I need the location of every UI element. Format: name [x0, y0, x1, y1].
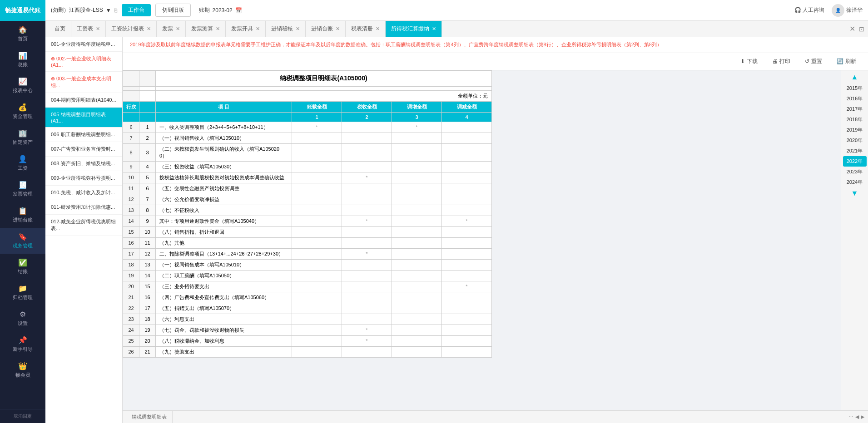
- data-cell-1[interactable]: [292, 183, 342, 194]
- data-cell-2[interactable]: [342, 226, 392, 237]
- item-cell[interactable]: （三）业务招待要支出: [156, 281, 292, 292]
- tab-首页[interactable]: 首页: [49, 21, 71, 37]
- sidebar-item-sales[interactable]: 📋进销台账: [0, 202, 45, 228]
- data-cell-3[interactable]: [392, 292, 442, 303]
- tab-close-icon[interactable]: ✕: [296, 26, 300, 32]
- item-cell[interactable]: （五）交易性金融资产初始投资调整: [156, 183, 292, 194]
- data-cell-3[interactable]: [392, 303, 442, 314]
- data-cell-1[interactable]: [292, 270, 342, 281]
- year-button-2017年[interactable]: 2017年: [843, 104, 867, 114]
- left-panel-item[interactable]: 004-期间费用明细表(A1040...: [45, 93, 122, 108]
- tabbar-close[interactable]: ✕ ⊡: [849, 25, 864, 33]
- item-cell[interactable]: （三）投资收益（填写A105030）: [156, 161, 292, 172]
- data-cell-4[interactable]: [442, 325, 492, 335]
- data-cell-4[interactable]: [442, 194, 492, 205]
- data-cell-4[interactable]: [442, 172, 492, 183]
- tab-close-icon[interactable]: ✕: [216, 26, 220, 32]
- company-selector[interactable]: (勿删）江西股金-LSS ▼ ⎘: [51, 6, 117, 14]
- data-cell-3[interactable]: [392, 281, 442, 292]
- data-cell-1[interactable]: [292, 226, 342, 237]
- refresh-button[interactable]: 🔄 刷新: [832, 56, 861, 67]
- data-cell-2[interactable]: [342, 143, 392, 161]
- nav-right-icon[interactable]: ▶: [861, 414, 864, 420]
- sidebar-item-assets[interactable]: 💰资金管理: [0, 98, 45, 124]
- sidebar-item-member[interactable]: 👑畅会员: [0, 357, 45, 383]
- data-cell-4[interactable]: [442, 226, 492, 237]
- data-cell-1[interactable]: [292, 143, 342, 161]
- tab-进销稽核[interactable]: 进销稽核✕: [266, 21, 306, 37]
- item-cell[interactable]: （六）利息支出: [156, 314, 292, 325]
- tab-close-icon[interactable]: ✕: [376, 26, 380, 32]
- data-cell-4[interactable]: *: [442, 281, 492, 292]
- year-button-2022年[interactable]: 2022年: [843, 156, 867, 167]
- tab-税表清册[interactable]: 税表清册✕: [346, 21, 386, 37]
- item-cell[interactable]: （五）捐赠支出（填写A105070）: [156, 303, 292, 314]
- year-button-2016年[interactable]: 2016年: [843, 93, 867, 104]
- data-cell-1[interactable]: [292, 216, 342, 226]
- user-info[interactable]: 👤 徐泽华: [832, 4, 863, 17]
- data-cell-2[interactable]: *: [342, 325, 392, 335]
- year-button-2015年[interactable]: 2015年: [843, 83, 867, 93]
- print-button[interactable]: 🖨 打印: [768, 56, 795, 67]
- data-cell-2[interactable]: [342, 303, 392, 314]
- data-cell-3[interactable]: [392, 237, 442, 248]
- period-selector[interactable]: 账期 2023-02 📅: [199, 6, 242, 14]
- item-cell[interactable]: （二）未按权责发生制原则确认的收入（填写A105020 0）: [156, 143, 292, 161]
- data-cell-4[interactable]: [442, 237, 492, 248]
- data-cell-1[interactable]: [292, 194, 342, 205]
- data-cell-4[interactable]: [442, 248, 492, 259]
- data-cell-4[interactable]: [442, 183, 492, 194]
- item-cell[interactable]: （六）公允价值变动净损益: [156, 194, 292, 205]
- left-panel-item[interactable]: 012-减免企业所得税优惠明细表...: [45, 215, 122, 236]
- left-panel-item[interactable]: ⊗ 003-一般企业成本支出明细...: [45, 72, 122, 93]
- data-cell-1[interactable]: [292, 314, 342, 325]
- sheet-main[interactable]: 纳税调整项目明细表(A105000) 全额单位：元 行次 项 目 账载全额税收全…: [123, 70, 841, 410]
- item-cell[interactable]: （七）不征税收入: [156, 205, 292, 216]
- data-cell-2[interactable]: *: [342, 335, 392, 346]
- data-cell-2[interactable]: *: [342, 216, 392, 226]
- download-button[interactable]: ⬇ 下载: [736, 56, 762, 67]
- left-panel-item[interactable]: 001-企业所得税年度纳税申...: [45, 37, 122, 52]
- unpin-button[interactable]: 取消固定: [0, 409, 45, 423]
- sidebar-item-ledger[interactable]: 📊总账: [0, 47, 45, 73]
- data-cell-1[interactable]: [292, 161, 342, 172]
- data-cell-3[interactable]: [392, 259, 442, 270]
- sidebar-item-reports[interactable]: 📈报表中心: [0, 73, 45, 98]
- year-button-2018年[interactable]: 2018年: [843, 114, 867, 125]
- year-button-2019年[interactable]: 2019年: [843, 125, 867, 135]
- left-panel-item[interactable]: 009-企业所得税弥补亏损明...: [45, 171, 122, 186]
- nav-left-icon[interactable]: ◀: [855, 414, 859, 420]
- data-cell-4[interactable]: [442, 205, 492, 216]
- item-cell[interactable]: （一）视同销售收入（填写A105010）: [156, 133, 292, 143]
- reset-button[interactable]: ↺ 重置: [800, 56, 827, 67]
- tab-close-icon[interactable]: ✕: [432, 26, 436, 32]
- item-cell[interactable]: （八）销售折扣、折让和退回: [156, 226, 292, 237]
- sidebar-item-invoice[interactable]: 🧾发票管理: [0, 176, 45, 202]
- left-panel-item[interactable]: 006-职工薪酬纳税调整明细...: [45, 128, 122, 142]
- bottom-tab-sheet[interactable]: 纳税调整明细表: [126, 411, 173, 423]
- sidebar-item-archive[interactable]: 📁归档管理: [0, 280, 45, 305]
- data-cell-2[interactable]: [342, 292, 392, 303]
- data-cell-1[interactable]: [292, 205, 342, 216]
- sidebar-item-settings[interactable]: ⚙设置: [0, 305, 45, 331]
- data-cell-2[interactable]: [342, 270, 392, 281]
- data-cell-1[interactable]: [292, 281, 342, 292]
- data-cell-2[interactable]: [342, 237, 392, 248]
- left-panel-item[interactable]: 008-资产折旧、摊销及纳税...: [45, 157, 122, 171]
- data-cell-1[interactable]: *: [292, 122, 342, 133]
- data-cell-4[interactable]: [442, 314, 492, 325]
- data-cell-3[interactable]: [392, 226, 442, 237]
- sidebar-item-home[interactable]: 🏠首页: [0, 21, 45, 47]
- sidebar-item-tax[interactable]: 🔖税务管理: [0, 228, 45, 254]
- sidebar-item-wages[interactable]: 👤工资: [0, 150, 45, 176]
- item-cell[interactable]: （八）税收滞纳金、加收利息: [156, 335, 292, 346]
- data-cell-1[interactable]: [292, 172, 342, 183]
- data-cell-2[interactable]: [342, 183, 392, 194]
- sidebar-item-fixed[interactable]: 🏢固定资产: [0, 124, 45, 150]
- tab-发票[interactable]: 发票✕: [157, 21, 186, 37]
- data-cell-4[interactable]: [442, 122, 492, 133]
- data-cell-3[interactable]: [392, 205, 442, 216]
- tab-close-icon[interactable]: ✕: [256, 26, 260, 32]
- data-cell-3[interactable]: [392, 325, 442, 335]
- item-cell[interactable]: （二）职工薪酬（填写A105050）: [156, 270, 292, 281]
